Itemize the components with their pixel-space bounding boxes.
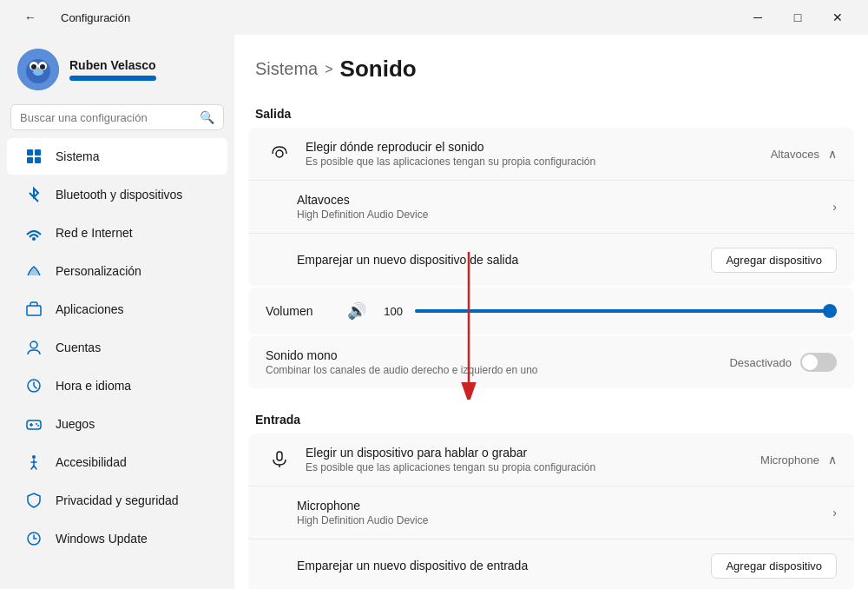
volume-salida-icon: 🔊 bbox=[347, 301, 366, 321]
sidebar-item-juegos[interactable]: Juegos bbox=[7, 406, 227, 442]
titlebar-left: ← Configuración bbox=[10, 3, 130, 31]
emparejar-salida-title: Emparejar un nuevo dispositivo de salida bbox=[297, 253, 711, 267]
aplicaciones-icon bbox=[24, 300, 43, 319]
input-device-right: Microphone ∧ bbox=[760, 453, 837, 467]
juegos-icon bbox=[24, 414, 43, 433]
agregar-entrada-button[interactable]: Agregar dispositivo bbox=[711, 553, 837, 579]
user-progress-bar bbox=[69, 76, 156, 81]
input-expand-icon[interactable]: ∧ bbox=[828, 453, 837, 467]
breadcrumb-parent[interactable]: Sistema bbox=[255, 59, 318, 79]
sidebar-label-bluetooth: Bluetooth y dispositivos bbox=[56, 188, 182, 202]
svg-point-21 bbox=[32, 455, 36, 459]
sidebar-item-red[interactable]: Red e Internet bbox=[7, 215, 227, 251]
slider-track bbox=[415, 309, 837, 313]
sidebar-label-privacidad: Privacidad y seguridad bbox=[56, 493, 179, 507]
output-device-icon bbox=[266, 140, 293, 168]
maximize-button[interactable]: □ bbox=[778, 3, 818, 31]
sidebar-label-red: Red e Internet bbox=[56, 226, 133, 240]
slider-fill bbox=[415, 309, 837, 313]
output-device-right: Altavoces ∧ bbox=[771, 147, 837, 161]
sidebar-item-hora[interactable]: Hora e idioma bbox=[7, 367, 227, 404]
sonido-mono-card: Sonido mono Combinar los canales de audi… bbox=[248, 336, 854, 388]
sidebar-label-cuentas: Cuentas bbox=[56, 341, 101, 354]
emparejar-salida-content: Emparejar un nuevo dispositivo de salida bbox=[297, 253, 711, 267]
titlebar-controls: ─ □ ✕ bbox=[738, 3, 858, 31]
avatar bbox=[17, 49, 59, 90]
input-device-content: Elegir un dispositivo para hablar o grab… bbox=[306, 446, 760, 473]
slider-thumb[interactable] bbox=[823, 304, 837, 318]
sidebar-item-privacidad[interactable]: Privacidad y seguridad bbox=[7, 482, 227, 519]
sidebar-label-aplicaciones: Aplicaciones bbox=[56, 302, 124, 316]
volume-salida-label: Volumen bbox=[266, 304, 335, 318]
search-input[interactable] bbox=[20, 111, 193, 124]
app-body: Ruben Velasco 🔍 Sistema Bluetooth y disp… bbox=[0, 35, 868, 589]
svg-point-19 bbox=[36, 423, 37, 425]
salida-section-title: Salida bbox=[234, 100, 868, 128]
accesibilidad-icon bbox=[24, 453, 43, 472]
input-device-card: Elegir un dispositivo para hablar o grab… bbox=[248, 433, 854, 589]
svg-point-14 bbox=[30, 341, 37, 348]
output-badge: Altavoces bbox=[771, 148, 819, 161]
altavoces-chevron: › bbox=[832, 200, 837, 214]
altavoces-row[interactable]: Altavoces High Definition Audio Device › bbox=[248, 181, 854, 234]
emparejar-entrada-row: Emparejar un nuevo dispositivo de entrad… bbox=[248, 539, 854, 589]
svg-point-4 bbox=[31, 64, 36, 69]
sidebar-item-bluetooth[interactable]: Bluetooth y dispositivos bbox=[7, 176, 227, 213]
svg-point-5 bbox=[40, 64, 45, 69]
sidebar-item-cuentas[interactable]: Cuentas bbox=[7, 329, 227, 366]
svg-rect-13 bbox=[27, 306, 41, 315]
sonido-mono-toggle[interactable] bbox=[800, 353, 837, 372]
svg-rect-10 bbox=[27, 157, 33, 163]
sidebar-item-sistema[interactable]: Sistema bbox=[7, 138, 227, 175]
sidebar-item-aplicaciones[interactable]: Aplicaciones bbox=[7, 291, 227, 328]
altavoces-subtitle: High Definition Audio Device bbox=[297, 208, 832, 221]
user-info: Ruben Velasco bbox=[69, 58, 156, 81]
input-device-title: Elegir un dispositivo para hablar o grab… bbox=[306, 446, 760, 460]
sidebar-item-accesibilidad[interactable]: Accesibilidad bbox=[7, 444, 227, 480]
sidebar-label-accesibilidad: Accesibilidad bbox=[56, 455, 127, 469]
emparejar-entrada-title: Emparejar un nuevo dispositivo de entrad… bbox=[297, 559, 711, 572]
sonido-mono-right: Desactivado bbox=[729, 353, 837, 372]
sidebar-label-juegos: Juegos bbox=[56, 417, 95, 431]
volume-salida-value: 100 bbox=[378, 305, 403, 318]
personalizacion-icon bbox=[24, 261, 43, 281]
minimize-button[interactable]: ─ bbox=[738, 3, 778, 31]
output-device-row[interactable]: Elegir dónde reproducir el sonido Es pos… bbox=[248, 128, 854, 181]
svg-rect-8 bbox=[27, 149, 33, 156]
sidebar-item-personalizacion[interactable]: Personalización bbox=[7, 253, 227, 289]
sonido-mono-toggle-label: Desactivado bbox=[729, 356, 792, 369]
microphone-title: Microphone bbox=[297, 499, 832, 513]
search-box[interactable]: 🔍 bbox=[10, 104, 224, 130]
altavoces-title: Altavoces bbox=[297, 193, 832, 207]
sonido-mono-title: Sonido mono bbox=[266, 348, 729, 362]
user-name: Ruben Velasco bbox=[69, 58, 156, 72]
input-device-row[interactable]: Elegir un dispositivo para hablar o grab… bbox=[248, 433, 854, 486]
titlebar: ← Configuración ─ □ ✕ bbox=[0, 0, 868, 35]
microphone-row[interactable]: Microphone High Definition Audio Device … bbox=[248, 486, 854, 539]
sidebar: Ruben Velasco 🔍 Sistema Bluetooth y disp… bbox=[0, 35, 234, 589]
svg-point-23 bbox=[276, 150, 283, 157]
output-device-card: Elegir dónde reproducir el sonido Es pos… bbox=[248, 128, 854, 286]
emparejar-salida-row: Emparejar un nuevo dispositivo de salida… bbox=[248, 234, 854, 286]
breadcrumb-separator: > bbox=[325, 62, 332, 77]
emparejar-entrada-content: Emparejar un nuevo dispositivo de entrad… bbox=[297, 559, 711, 572]
microphone-subtitle: High Definition Audio Device bbox=[297, 514, 832, 526]
output-expand-icon[interactable]: ∧ bbox=[828, 147, 837, 161]
svg-point-20 bbox=[37, 425, 39, 427]
volume-salida-slider[interactable] bbox=[415, 302, 837, 320]
sonido-mono-subtitle: Combinar los canales de audio derecho e … bbox=[266, 364, 729, 376]
hora-icon bbox=[24, 376, 43, 395]
agregar-salida-button[interactable]: Agregar dispositivo bbox=[711, 248, 837, 273]
sidebar-label-sistema: Sistema bbox=[56, 149, 100, 163]
bluetooth-icon bbox=[24, 185, 43, 204]
windows-update-icon bbox=[24, 529, 43, 548]
input-badge: Microphone bbox=[760, 453, 819, 467]
back-button[interactable]: ← bbox=[10, 3, 50, 31]
close-button[interactable]: ✕ bbox=[818, 3, 858, 31]
user-profile: Ruben Velasco bbox=[0, 35, 234, 104]
microphone-chevron: › bbox=[832, 506, 837, 520]
breadcrumb-current: Sonido bbox=[340, 56, 417, 83]
sonido-mono-row: Sonido mono Combinar los canales de audi… bbox=[248, 336, 854, 388]
privacidad-icon bbox=[24, 491, 43, 510]
sidebar-item-windows-update[interactable]: Windows Update bbox=[7, 520, 227, 557]
